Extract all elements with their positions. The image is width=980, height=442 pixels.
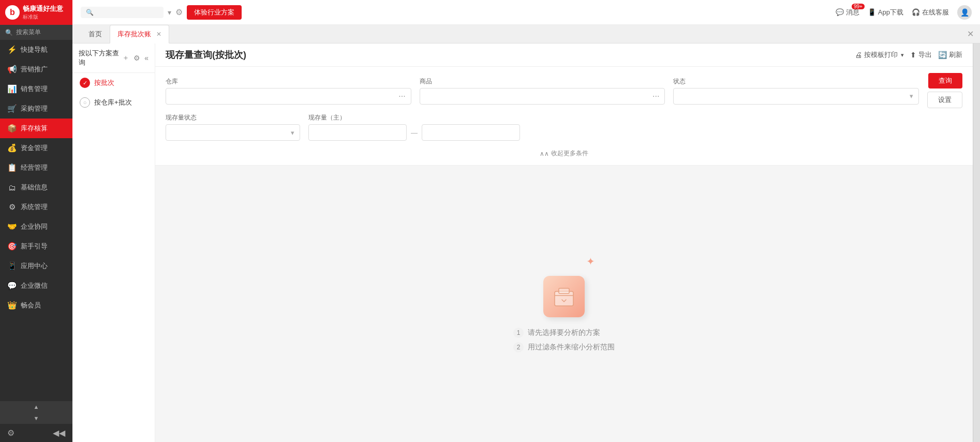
sidebar-header: b 畅康通好生意 标准版 (0, 0, 72, 25)
app-logo: b (5, 5, 20, 20)
basic-label: 基础信息 (21, 183, 48, 192)
sidebar-scroll-up[interactable]: ▲ (0, 401, 72, 412)
scheme-settings-icon[interactable]: ⚙ (133, 54, 140, 62)
close-all-tabs-button[interactable]: ✕ (967, 29, 980, 39)
message-icon: 💬 (836, 8, 844, 16)
search-label: 搜索菜单 (16, 28, 41, 37)
status-label: 状态 (673, 77, 919, 86)
sidebar-item-purchase[interactable]: 🛒 采购管理 (0, 99, 72, 119)
print-template-label: 按模板打印 (864, 50, 898, 60)
refresh-button[interactable]: 🔄 刷新 (938, 50, 962, 60)
print-chevron-icon[interactable]: ▾ (901, 52, 904, 58)
tab-close-icon[interactable]: ✕ (156, 31, 161, 38)
sidebar-item-quick-nav[interactable]: ⚡ 快捷导航 (0, 40, 72, 60)
topbar: 🔍 ▾ ⚙ 体验行业方案 💬 消息 99+ 📱 App下载 🎧 在线客服 (72, 0, 980, 25)
app-center-label: 应用中心 (21, 261, 48, 271)
headset-icon: 🎧 (912, 8, 920, 16)
sidebar-item-app-center[interactable]: 📱 应用中心 (0, 256, 72, 276)
tab-home[interactable]: 首页 (81, 25, 110, 43)
settings-button[interactable]: 设置 (927, 92, 962, 108)
messages-button[interactable]: 💬 消息 99+ (836, 8, 859, 17)
app-download-label: App下载 (878, 8, 903, 17)
newbie-label: 新手引导 (21, 242, 48, 251)
status-chevron-icon: ▾ (910, 92, 913, 100)
online-service-button[interactable]: 🎧 在线客服 (912, 8, 949, 17)
sidebar-item-marketing[interactable]: 📢 营销推广 (0, 60, 72, 79)
export-button[interactable]: ⬆ 导出 (910, 50, 932, 60)
sidebar-item-system[interactable]: ⚙ 系统管理 (0, 197, 72, 217)
member-label: 畅会员 (21, 301, 41, 310)
app-version: 标准版 (23, 13, 63, 21)
right-edge-bar (973, 43, 980, 442)
sidebar-item-member[interactable]: 👑 畅会员 (0, 296, 72, 315)
sidebar-collapse-button[interactable]: ◀◀ (53, 428, 65, 438)
topbar-right: 💬 消息 99+ 📱 App下载 🎧 在线客服 👤 (836, 5, 972, 20)
sidebar-bottom: ⚙ ◀◀ (0, 424, 72, 442)
stock-amount-field: 现存量（主） — (308, 113, 520, 141)
scheme-filter-label: 按以下方案查询 (79, 49, 122, 67)
basic-icon: 🗂 (7, 183, 17, 192)
topbar-left: 🔍 ▾ ⚙ 体验行业方案 (81, 5, 830, 20)
experience-industry-button[interactable]: 体验行业方案 (187, 5, 242, 20)
product-label: 商品 (420, 77, 665, 86)
sidebar-nav: ⚡ 快捷导航 📢 营销推广 📊 销售管理 🛒 采购管理 📦 库存核算 💰 资金管… (0, 40, 72, 401)
app-download-button[interactable]: 📱 App下载 (868, 8, 903, 17)
tabbar: 首页 库存批次账 ✕ ✕ (72, 25, 980, 43)
left-panel-header: 按以下方案查询 ＋ ⚙ « (72, 43, 155, 73)
sidebar-item-inventory[interactable]: 📦 库存核算 (0, 119, 72, 138)
stock-amount-to[interactable] (422, 124, 520, 141)
main-area: 🔍 ▾ ⚙ 体验行业方案 💬 消息 99+ 📱 App下载 🎧 在线客服 (72, 0, 980, 442)
stock-status-label: 现存量状态 (166, 113, 300, 122)
scheme-by-warehouse-batch[interactable]: ○ 按仓库+批次 (72, 93, 155, 112)
add-scheme-icon[interactable]: ＋ (122, 53, 129, 63)
sidebar-item-newbie[interactable]: 🎯 新手引导 (0, 237, 72, 256)
query-button[interactable]: 查询 (928, 73, 962, 89)
sidebar-item-basic[interactable]: 🗂 基础信息 (0, 178, 72, 197)
sidebar-item-enterprise[interactable]: 🤝 企业协同 (0, 217, 72, 237)
filter-collapse-button[interactable]: ∧∧ 收起更多条件 (166, 146, 962, 159)
print-template-button[interactable]: 🖨 按模板打印 ▾ (855, 50, 904, 60)
sidebar-item-sales[interactable]: 📊 销售管理 (0, 79, 72, 99)
sidebar-settings-button[interactable]: ⚙ (7, 428, 14, 438)
sales-icon: 📊 (7, 84, 17, 94)
product-more-icon[interactable]: ··· (652, 92, 659, 101)
sidebar-item-operations[interactable]: 📋 经营管理 (0, 158, 72, 178)
scheme-by-batch-label: 按批次 (94, 78, 114, 87)
sidebar-item-finance[interactable]: 💰 资金管理 (0, 138, 72, 158)
page-content: 按以下方案查询 ＋ ⚙ « ✓ 按批次 ○ 按仓库+批次 现存量查询(按批次) (72, 43, 980, 442)
online-service-label: 在线客服 (922, 8, 949, 17)
hint-1-text: 请先选择要分析的方案 (528, 328, 600, 337)
marketing-icon: 📢 (7, 65, 17, 74)
topbar-gear-icon[interactable]: ⚙ (175, 7, 183, 17)
stock-amount-from[interactable] (308, 124, 407, 141)
user-avatar-button[interactable]: 👤 (957, 5, 972, 20)
status-dropdown[interactable]: ▾ (673, 88, 919, 105)
filter-row-2: 现存量状态 ▾ 现存量（主） — (166, 113, 962, 141)
sidebar-scroll-down[interactable]: ▼ (0, 412, 72, 424)
operations-label: 经营管理 (21, 163, 48, 172)
sidebar-search[interactable]: 🔍 搜索菜单 (0, 25, 72, 40)
left-panel: 按以下方案查询 ＋ ⚙ « ✓ 按批次 ○ 按仓库+批次 (72, 43, 155, 442)
enterprise-wechat-icon: 💬 (7, 281, 17, 290)
collapse-panel-icon[interactable]: « (144, 54, 149, 62)
warehouse-input[interactable]: ··· (166, 88, 411, 105)
member-icon: 👑 (7, 301, 17, 310)
enterprise-wechat-label: 企业微信 (21, 281, 48, 290)
scheme-by-warehouse-batch-label: 按仓库+批次 (94, 98, 132, 107)
system-label: 系统管理 (21, 202, 48, 212)
enterprise-label: 企业协同 (21, 222, 48, 231)
warehouse-more-icon[interactable]: ··· (398, 92, 405, 101)
topbar-chevron-icon[interactable]: ▾ (168, 8, 171, 17)
sparkle-icon: ✦ (586, 255, 595, 268)
topbar-search-box[interactable]: 🔍 (81, 7, 164, 18)
export-icon: ⬆ (910, 51, 916, 59)
product-input[interactable]: ··· (420, 88, 665, 105)
tab-inventory-batch[interactable]: 库存批次账 ✕ (110, 25, 169, 43)
page-title: 现存量查询(按批次) (166, 49, 246, 61)
scheme-by-batch[interactable]: ✓ 按批次 (72, 73, 155, 93)
warehouse-label: 仓库 (166, 77, 411, 86)
stock-status-dropdown[interactable]: ▾ (166, 124, 300, 141)
sidebar-item-enterprise-wechat[interactable]: 💬 企业微信 (0, 276, 72, 296)
hint-num-1: 1 (513, 328, 524, 338)
operations-icon: 📋 (7, 163, 17, 172)
